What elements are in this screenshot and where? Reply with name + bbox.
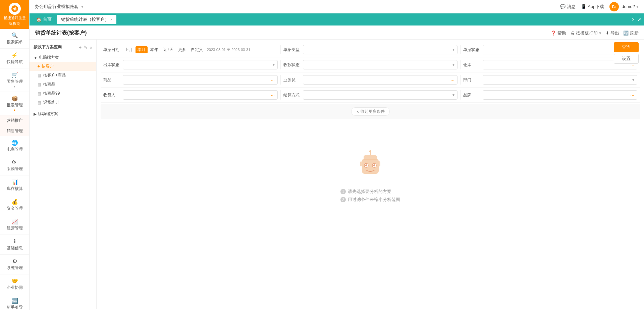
edit-scheme-icon[interactable]: ✎ (84, 45, 88, 50)
delivery-status-dropdown[interactable]: ▾ (123, 60, 278, 69)
help-icon: ❓ (551, 31, 556, 36)
query-button[interactable]: 查询 (614, 42, 639, 52)
system-icon: ⚙ (12, 258, 17, 264)
inventory-icon: 📊 (11, 179, 18, 185)
sidebar-item-ecommerce[interactable]: 🌐 电商管理 (0, 136, 30, 156)
date-btn-last-month[interactable]: 上月 (123, 46, 135, 53)
topbar: 办公用品行业模拟账套 ▾ 💬 消息 📱 App下载 Ea demo2 ▾ (30, 0, 644, 13)
goods-cell: 商品 ··· (101, 75, 280, 85)
scheme-item-by-goods99[interactable]: ▦ 按商品99 (30, 89, 96, 98)
date-btn-current-month[interactable]: 本月 (136, 46, 148, 53)
empty-tip-2-text: 用过滤条件来缩小分析范围 (348, 197, 400, 203)
sidebar-item-finance[interactable]: 💰 资金管理 (0, 195, 30, 215)
app-download-button[interactable]: 📱 App下载 (581, 4, 604, 10)
content-area: 按以下方案查询 + ✎ « ▼ 电脑端方案 (30, 40, 644, 309)
sidebar-item-basic[interactable]: ℹ 基础信息 (0, 235, 30, 255)
scheme-item-returns[interactable]: ▦ 退货统计 (30, 98, 96, 107)
sidebar-item-search[interactable]: 🔍 搜索菜单 (0, 29, 30, 49)
tab-home[interactable]: 🏠 首页 (32, 15, 56, 24)
topbar-title: 办公用品行业模拟账套 (35, 4, 78, 10)
settlement-dropdown[interactable]: ▾ (303, 90, 458, 100)
filter-row-4: 收货人 ··· 结算方式 ▾ (101, 88, 640, 103)
scheme-item-by-customer[interactable]: 按客户 (30, 62, 96, 71)
brand-input[interactable]: ··· (483, 90, 637, 100)
svg-point-11 (369, 150, 371, 152)
logo-text: 畅捷通好生意 (4, 15, 26, 20)
page-title: 销货单统计表(按客户) (35, 30, 87, 37)
add-scheme-icon[interactable]: + (79, 45, 82, 50)
sidebar-item-newguide-label: 新手引导 (7, 305, 23, 310)
export-button[interactable]: ⬇ 导出 (605, 30, 619, 36)
desktop-group-arrow: ▼ (34, 55, 38, 60)
desktop-group-label: 电脑端方案 (39, 55, 59, 60)
sidebar-item-purchase[interactable]: 🛍 采购管理 (0, 156, 30, 175)
sidebar-logo[interactable]: 畅 畅捷通好生意 标板页 (0, 0, 30, 29)
order-status-cell: 单据状态 ▾ (460, 45, 640, 54)
collapse-button[interactable]: ∧ 收起更多条件 (351, 107, 390, 116)
date-btn-7days[interactable]: 近7天 (161, 46, 175, 53)
user-menu[interactable]: Ea demo2 ▾ (609, 2, 639, 11)
tab-close-icon[interactable]: × (110, 18, 112, 21)
refresh-icon: 🔄 (623, 31, 629, 36)
recipient-label: 收货人 (103, 92, 120, 98)
main-area: 办公用品行业模拟账套 ▾ 💬 消息 📱 App下载 Ea demo2 ▾ � (30, 0, 644, 310)
delivery-status-arrow: ▾ (273, 62, 275, 67)
department-dropdown[interactable]: ▾ (483, 75, 637, 85)
submenu-marketing[interactable]: 营销推广 (0, 115, 30, 126)
payment-status-dropdown[interactable]: ▾ (303, 60, 458, 69)
date-btn-custom[interactable]: 自定义 (189, 46, 205, 53)
sidebar-item-system[interactable]: ⚙ 系统管理 (0, 255, 30, 274)
topbar-left: 办公用品行业模拟账套 ▾ (35, 4, 84, 10)
topbar-dropdown-arrow[interactable]: ▾ (81, 4, 84, 9)
scheme-item-by-goods[interactable]: ▦ 按商品 (30, 80, 96, 89)
date-btn-year[interactable]: 本年 (148, 46, 160, 53)
payment-status-cell: 收款状态 ▾ (280, 60, 460, 69)
ecommerce-icon: 🌐 (11, 140, 18, 146)
print-button[interactable]: 🖨 按模板打印 ▾ (570, 30, 601, 36)
sidebar-item-operations-label: 经营管理 (7, 225, 23, 231)
scheme-item-by-customer-goods[interactable]: ▦ 按客户+商品 (30, 71, 96, 80)
maximize-window-icon[interactable]: ⤢ (637, 17, 641, 22)
brand-cell: 品牌 ··· (460, 90, 640, 100)
sidebar-item-inventory[interactable]: 📊 库存核算 (0, 175, 30, 195)
svg-rect-8 (360, 161, 362, 166)
payment-status-arrow: ▾ (452, 62, 454, 67)
sidebar-item-quicknav-label: 快捷导航 (7, 59, 23, 65)
goods-input[interactable]: ··· (123, 75, 278, 85)
tab-sales-stats[interactable]: 销货单统计表（按客户） × (57, 15, 116, 24)
empty-illustration (354, 149, 387, 183)
refresh-button[interactable]: 🔄 刷新 (623, 30, 639, 36)
payment-status-label: 收款状态 (283, 62, 300, 68)
sidebar-item-quick-nav[interactable]: ⚡ 快捷导航 (0, 49, 30, 68)
submenu-sales[interactable]: 销售管理 (0, 126, 30, 136)
recipient-input[interactable]: ··· (123, 90, 278, 100)
settings-button[interactable]: 设置 (614, 54, 639, 64)
order-type-dropdown[interactable]: ▾ (303, 45, 458, 54)
sidebar-item-retail[interactable]: 🛒 零售管理 ▾ (0, 68, 30, 92)
sidebar-item-wholesale[interactable]: 📦 批发管理 ▴ (0, 92, 30, 115)
print-arrow: ▾ (599, 31, 601, 36)
newguide-icon: 🆕 (11, 298, 18, 304)
user-dropdown-arrow: ▾ (636, 4, 639, 9)
topbar-right: 💬 消息 📱 App下载 Ea demo2 ▾ (560, 2, 639, 11)
salesperson-input[interactable]: ··· (303, 75, 458, 85)
sidebar-item-operations[interactable]: 📈 经营管理 (0, 215, 30, 235)
action-buttons: 查询 设置 (614, 42, 639, 64)
sidebar-item-newguide[interactable]: 🆕 新手引导 (0, 294, 30, 310)
empty-tip-1-text: 请先选择要分析的方案 (348, 189, 391, 195)
sidebar-item-collab[interactable]: 🤝 企业协同 (0, 274, 30, 294)
department-label: 部门 (463, 77, 480, 83)
mobile-scheme-group: ▶ 移动端方案 (30, 108, 96, 119)
desktop-group-title[interactable]: ▼ 电脑端方案 (30, 53, 96, 62)
collapse-scheme-icon[interactable]: « (90, 45, 92, 50)
help-button[interactable]: ❓ 帮助 (551, 30, 566, 36)
wholesale-submenu: 营销推广 销售管理 (0, 115, 30, 136)
message-button[interactable]: 💬 消息 (560, 4, 576, 10)
close-window-icon[interactable]: × (632, 17, 635, 22)
salesperson-label: 业务员 (283, 77, 300, 83)
mobile-group-title[interactable]: ▶ 移动端方案 (30, 110, 96, 118)
operations-icon: 📈 (11, 218, 18, 225)
scheme-panel: 按以下方案查询 + ✎ « ▼ 电脑端方案 (30, 40, 97, 309)
desktop-scheme-group: ▼ 电脑端方案 按客户 ▦ 按客户+商品 ▦ (30, 52, 96, 108)
date-btn-more[interactable]: 更多 (176, 46, 188, 53)
